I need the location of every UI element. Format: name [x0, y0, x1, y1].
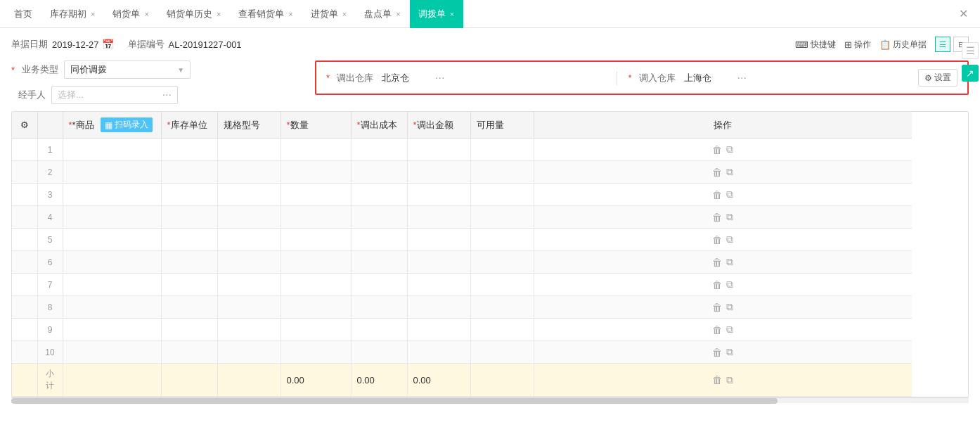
- tab-stocktake-close[interactable]: ×: [396, 10, 400, 18]
- row-spec-cell[interactable]: [217, 251, 281, 274]
- copy-icon[interactable]: ⧉: [726, 234, 733, 246]
- row-spec-cell[interactable]: [217, 319, 281, 341]
- subtotal-delete-icon[interactable]: 🗑: [712, 374, 722, 386]
- delete-icon[interactable]: 🗑: [712, 212, 722, 223]
- copy-icon[interactable]: ⧉: [726, 301, 733, 313]
- row-spec-cell[interactable]: [217, 296, 281, 319]
- tab-sales-order-close[interactable]: ×: [144, 10, 148, 18]
- in-warehouse-more-icon[interactable]: ···: [737, 72, 747, 84]
- row-qty-cell[interactable]: [281, 184, 351, 206]
- handler-select[interactable]: 选择... ···: [51, 86, 178, 104]
- row-amount-cell[interactable]: [407, 319, 470, 341]
- scroll-thumb[interactable]: [11, 398, 778, 404]
- layout-list-icon[interactable]: ☰: [935, 37, 950, 52]
- row-qty-cell[interactable]: [281, 229, 351, 251]
- row-spec-cell[interactable]: [217, 206, 281, 229]
- row-unit-cell[interactable]: [161, 229, 217, 251]
- row-cost-cell[interactable]: [351, 251, 407, 274]
- row-cost-cell[interactable]: [351, 161, 407, 184]
- delete-icon[interactable]: 🗑: [712, 302, 722, 313]
- copy-icon[interactable]: ⧉: [726, 279, 733, 291]
- tab-view-sales-close[interactable]: ×: [288, 10, 292, 18]
- delete-icon[interactable]: 🗑: [712, 324, 722, 336]
- row-qty-cell[interactable]: [281, 274, 351, 296]
- row-amount-cell[interactable]: [407, 251, 470, 274]
- horizontal-scrollbar[interactable]: [11, 397, 969, 403]
- calendar-icon[interactable]: 📅: [102, 39, 114, 50]
- row-qty-cell[interactable]: [281, 206, 351, 229]
- delete-icon[interactable]: 🗑: [712, 167, 722, 178]
- tab-inventory-init[interactable]: 库存期初 ×: [41, 0, 104, 28]
- row-cost-cell[interactable]: [351, 274, 407, 296]
- row-product-cell[interactable]: [63, 184, 161, 206]
- scan-btn-header[interactable]: ▦ 扫码录入: [101, 120, 153, 130]
- copy-icon[interactable]: ⧉: [726, 256, 733, 268]
- row-cost-cell[interactable]: [351, 229, 407, 251]
- row-unit-cell[interactable]: [161, 274, 217, 296]
- row-unit-cell[interactable]: [161, 319, 217, 341]
- col-gear-header[interactable]: ⚙: [12, 112, 37, 139]
- row-unit-cell[interactable]: [161, 161, 217, 184]
- row-cost-cell[interactable]: [351, 206, 407, 229]
- row-spec-cell[interactable]: [217, 139, 281, 161]
- row-amount-cell[interactable]: [407, 229, 470, 251]
- copy-icon[interactable]: ⧉: [726, 166, 733, 178]
- tab-sales-history[interactable]: 销货单历史 ×: [158, 0, 230, 28]
- copy-icon[interactable]: ⧉: [726, 346, 733, 358]
- delete-icon[interactable]: 🗑: [712, 347, 722, 358]
- row-cost-cell[interactable]: [351, 139, 407, 161]
- row-cost-cell[interactable]: [351, 319, 407, 341]
- row-unit-cell[interactable]: [161, 139, 217, 161]
- copy-icon[interactable]: ⧉: [726, 144, 733, 155]
- delete-icon[interactable]: 🗑: [712, 257, 722, 268]
- tab-transfer[interactable]: 调拨单 ×: [410, 0, 463, 28]
- out-warehouse-more-icon[interactable]: ···: [435, 72, 444, 84]
- settings-button[interactable]: ⚙ 设置: [918, 69, 958, 87]
- sidebar-list-button[interactable]: ☰: [962, 42, 979, 59]
- tab-transfer-close[interactable]: ×: [450, 10, 454, 18]
- row-spec-cell[interactable]: [217, 161, 281, 184]
- row-unit-cell[interactable]: [161, 341, 217, 364]
- row-product-cell[interactable]: [63, 206, 161, 229]
- copy-icon[interactable]: ⧉: [726, 189, 733, 200]
- row-product-cell[interactable]: [63, 251, 161, 274]
- tab-stocktake[interactable]: 盘点单 ×: [356, 0, 409, 28]
- biz-type-select[interactable]: 同价调拨 ▼: [64, 60, 191, 79]
- row-product-cell[interactable]: [63, 341, 161, 364]
- delete-icon[interactable]: 🗑: [712, 189, 722, 200]
- operations-button[interactable]: ⊞ 操作: [844, 39, 871, 51]
- delete-icon[interactable]: 🗑: [712, 144, 722, 155]
- tab-home[interactable]: 首页: [6, 0, 41, 28]
- tab-purchase-close[interactable]: ×: [342, 10, 347, 18]
- row-qty-cell[interactable]: [281, 341, 351, 364]
- tab-view-sales[interactable]: 查看销货单 ×: [230, 0, 302, 28]
- tab-inventory-init-close[interactable]: ×: [91, 10, 95, 18]
- row-amount-cell[interactable]: [407, 184, 470, 206]
- row-unit-cell[interactable]: [161, 206, 217, 229]
- delete-icon[interactable]: 🗑: [712, 279, 722, 291]
- tab-sales-order[interactable]: 销货单 ×: [104, 0, 157, 28]
- handler-more-icon[interactable]: ···: [162, 89, 172, 101]
- row-amount-cell[interactable]: [407, 139, 470, 161]
- subtotal-copy-icon[interactable]: ⧉: [726, 374, 733, 386]
- row-qty-cell[interactable]: [281, 319, 351, 341]
- row-qty-cell[interactable]: [281, 139, 351, 161]
- row-product-cell[interactable]: [63, 296, 161, 319]
- tab-purchase[interactable]: 进货单 ×: [302, 0, 356, 28]
- history-button[interactable]: 📋 历史单据: [879, 39, 927, 51]
- shortcuts-button[interactable]: ⌨ 快捷键: [795, 39, 836, 51]
- tab-sales-history-close[interactable]: ×: [217, 10, 221, 18]
- row-amount-cell[interactable]: [407, 161, 470, 184]
- row-amount-cell[interactable]: [407, 274, 470, 296]
- row-cost-cell[interactable]: [351, 184, 407, 206]
- row-product-cell[interactable]: [63, 319, 161, 341]
- delete-icon[interactable]: 🗑: [712, 234, 722, 246]
- row-amount-cell[interactable]: [407, 341, 470, 364]
- row-amount-cell[interactable]: [407, 296, 470, 319]
- sidebar-export-button[interactable]: ↗: [962, 65, 979, 82]
- row-qty-cell[interactable]: [281, 296, 351, 319]
- row-product-cell[interactable]: [63, 161, 161, 184]
- copy-icon[interactable]: ⧉: [726, 324, 733, 336]
- row-spec-cell[interactable]: [217, 184, 281, 206]
- row-product-cell[interactable]: [63, 139, 161, 161]
